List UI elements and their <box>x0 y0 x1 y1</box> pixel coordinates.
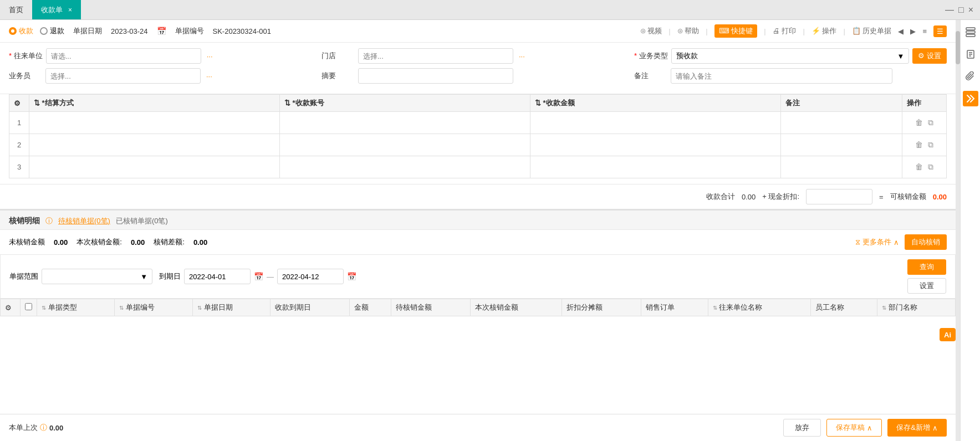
list-view-icon[interactable]: ≡ <box>922 27 927 35</box>
filter-settings-btn[interactable]: 设置 <box>907 278 946 294</box>
next-nav-icon[interactable]: ▶ <box>910 27 916 35</box>
save-button[interactable]: 保存&新增 ∧ <box>887 419 947 437</box>
partner-label: * 往来单位 <box>9 51 43 61</box>
remark-input[interactable] <box>671 68 892 84</box>
done-tab[interactable]: 已核销单据(0笔) <box>116 216 168 226</box>
pending-tab[interactable]: 待核销单据(0笔) <box>58 216 110 226</box>
employee-more-btn[interactable]: ··· <box>204 72 215 80</box>
copy-icon-2[interactable]: ⧉ <box>928 140 933 149</box>
reconciliation-info-icon[interactable]: ⓘ <box>45 216 53 226</box>
col-doc-type: ⇅ 单据类型 <box>37 299 115 316</box>
remark-cell-3[interactable] <box>780 156 902 178</box>
maximize-icon[interactable]: □ <box>958 5 964 15</box>
account-cell-1[interactable] <box>279 112 530 134</box>
bottom-gear-icon: ⚙ <box>5 304 12 312</box>
tab-active[interactable]: 收款单 × <box>32 0 81 19</box>
current-reconcile-label: 本次核销金额: <box>76 237 122 247</box>
range-chevron-icon: ▼ <box>140 273 147 281</box>
date-from-calendar[interactable]: 📅 <box>254 272 263 281</box>
store-more-btn[interactable]: ··· <box>517 52 527 60</box>
operations-btn[interactable]: ⚡ 操作 <box>811 26 837 36</box>
employee-input[interactable] <box>45 68 201 84</box>
table-settings-header[interactable]: ⚙ <box>9 95 29 112</box>
discard-button[interactable]: 放弃 <box>783 419 821 437</box>
draft-button[interactable]: 保存草稿 ∧ <box>826 419 882 437</box>
scrollbar[interactable] <box>956 20 960 441</box>
ai-badge[interactable]: Ai <box>940 328 956 341</box>
tab-close-icon[interactable]: × <box>68 6 72 14</box>
bottom-checkbox-col[interactable] <box>21 299 37 316</box>
settlement-cell-1[interactable] <box>29 112 280 134</box>
date-from-input[interactable] <box>184 269 251 284</box>
number-value: SK-20230324-001 <box>213 27 272 35</box>
video-btn[interactable]: ⊙ 视频 <box>640 26 662 36</box>
delete-icon-1[interactable]: 🗑 <box>915 118 923 127</box>
settlement-cell-2[interactable] <box>29 134 280 156</box>
ai-label: Ai <box>944 331 951 339</box>
prev-nav-icon[interactable]: ◀ <box>898 27 904 35</box>
more-filters-btn[interactable]: ⧖ 更多条件 ∧ <box>855 237 899 247</box>
col-employee-name: 员工名称 <box>811 299 877 316</box>
total-value: 0.00 <box>742 193 756 201</box>
table-gear-icon: ⚙ <box>14 99 21 107</box>
business-type-select[interactable]: 预收款 ▼ <box>671 48 910 64</box>
radio-refund[interactable]: 退款 <box>40 26 64 36</box>
select-all-checkbox[interactable] <box>25 303 32 310</box>
discount-input[interactable] <box>806 189 872 204</box>
store-input[interactable] <box>358 48 513 64</box>
scrollbar-thumb[interactable] <box>956 31 960 64</box>
date-to-calendar[interactable]: 📅 <box>347 272 356 281</box>
partner-field: * 往来单位 ··· <box>9 48 321 64</box>
more-filters-label: 更多条件 <box>862 237 891 247</box>
date-calendar-icon[interactable]: 📅 <box>157 27 166 35</box>
chevron-up-icon: ∧ <box>894 238 899 247</box>
account-cell-3[interactable] <box>279 156 530 178</box>
auto-reconcile-btn[interactable]: 自动核销 <box>905 234 947 250</box>
copy-icon-1[interactable]: ⧉ <box>928 118 933 127</box>
sidebar-expand-icon[interactable] <box>963 91 978 106</box>
field-row-1: * 往来单位 ··· 门店 ··· * 业务类型 预收款 ▼ ⚙ 设置 <box>9 48 947 64</box>
range-select[interactable]: ▼ <box>42 269 152 284</box>
summary-row: 收款合计 0.00 + 现金折扣: = 可核销金额 0.00 <box>0 184 956 209</box>
history-btn[interactable]: 📋 历史单据 <box>852 26 892 36</box>
help-btn[interactable]: ⊙ 帮助 <box>677 26 700 36</box>
delete-icon-3[interactable]: 🗑 <box>915 162 923 171</box>
save-chevron-icon: ∧ <box>932 424 938 432</box>
sidebar-attachment-icon[interactable] <box>963 69 978 84</box>
sidebar-doc-icon[interactable] <box>963 47 978 62</box>
summary-input[interactable] <box>358 68 513 84</box>
print-btn[interactable]: 🖨 打印 <box>773 26 797 36</box>
tab-home[interactable]: 首页 <box>0 0 32 19</box>
amount-cell-3[interactable] <box>530 156 780 178</box>
minimize-icon[interactable]: — <box>945 5 954 15</box>
footer-info-icon[interactable]: ⓘ <box>40 423 47 433</box>
bottom-table-settings[interactable]: ⚙ <box>1 299 21 316</box>
settlement-cell-3[interactable] <box>29 156 280 178</box>
sidebar-table-icon[interactable] <box>963 24 978 40</box>
settings-button[interactable]: ⚙ 设置 <box>912 48 947 64</box>
business-type-label: * 业务类型 <box>634 51 668 61</box>
copy-icon-3[interactable]: ⧉ <box>928 162 933 171</box>
employee-label: 业务员 <box>9 71 42 81</box>
query-btn[interactable]: 查询 <box>907 259 946 275</box>
remark-cell-1[interactable] <box>780 112 902 134</box>
row-num-1: 1 <box>9 112 29 134</box>
remark-cell-2[interactable] <box>780 134 902 156</box>
summary-label: 摘要 <box>321 71 355 81</box>
filter-buttons: 查询 设置 <box>907 259 946 294</box>
radio-receipt[interactable]: 收款 <box>9 26 33 36</box>
account-cell-2[interactable] <box>279 134 530 156</box>
grid-view-icon[interactable]: ☰ <box>933 25 947 37</box>
available-label: 可核销金额 <box>890 192 926 202</box>
date-to-input[interactable] <box>277 269 344 284</box>
col-sales-order: 销售订单 <box>641 299 708 316</box>
shortcut-btn[interactable]: ⌨ 快捷键 <box>714 24 758 38</box>
diff-label: 核销差额: <box>154 237 185 247</box>
window-close-icon[interactable]: × <box>968 5 973 15</box>
amount-cell-2[interactable] <box>530 134 780 156</box>
partner-more-btn[interactable]: ··· <box>205 52 215 60</box>
amount-cell-1[interactable] <box>530 112 780 134</box>
actions-cell-1: 🗑 ⧉ <box>902 112 947 134</box>
partner-input[interactable] <box>46 48 201 64</box>
delete-icon-2[interactable]: 🗑 <box>915 140 923 149</box>
